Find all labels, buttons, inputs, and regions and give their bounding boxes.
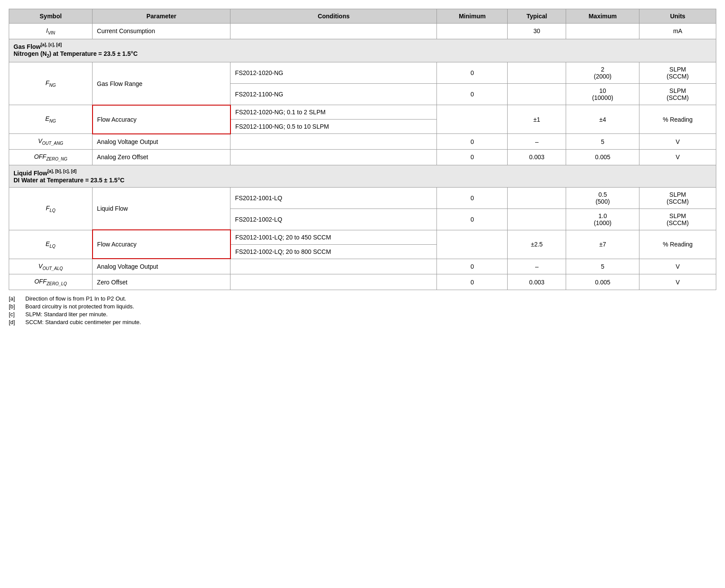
fng-max-1: 2(2000): [566, 62, 639, 84]
fng-row: FNG Gas Flow Range FS2012-1020-NG 0 2(20…: [9, 62, 716, 84]
vout-ang-sub: OUT_ANG: [42, 141, 63, 146]
vout-alq-conditions: [230, 259, 437, 274]
flq-condition-2: FS2012-1002-LQ: [230, 209, 437, 230]
fng-min-2: 0: [437, 84, 508, 105]
vin-maximum: [566, 24, 639, 39]
fng-sub: NG: [49, 83, 56, 88]
off-zero-lq-symbol: OFFZERO_LQ: [9, 274, 93, 290]
col-header-parameter: Parameter: [93, 9, 230, 24]
vout-ang-row: VOUT_ANG Analog Voltage Output 0 – 5 V: [9, 134, 716, 150]
fng-units-1: SLPM(SCCM): [639, 62, 716, 84]
vin-symbol: IVIN: [9, 24, 93, 39]
vout-alq-row: VOUT_ALQ Analog Voltage Output 0 – 5 V: [9, 259, 716, 274]
flq-typ-2: [508, 209, 566, 230]
vin-typical: 30: [508, 24, 566, 39]
eng-sub: NG: [49, 119, 56, 123]
eng-units: % Reading: [639, 105, 716, 134]
elq-typical: ±2.5: [508, 230, 566, 259]
off-zero-ng-symbol: OFFZERO_NG: [9, 150, 93, 165]
fng-parameter: Gas Flow Range: [93, 62, 230, 105]
vout-ang-minimum: 0: [437, 134, 508, 150]
vout-alq-sub: OUT_ALQ: [42, 266, 63, 270]
vout-alq-symbol: VOUT_ALQ: [9, 259, 93, 274]
footnote-d: [d] SCCM: Standard cubic centimeter per …: [9, 319, 716, 325]
off-zero-ng-conditions: [230, 150, 437, 165]
eng-typical: ±1: [508, 105, 566, 134]
footnote-b: [b] Board circuitry is not protected fro…: [9, 303, 716, 310]
elq-parameter-cell: Flow Accuracy: [93, 230, 230, 259]
vout-ang-typical: –: [508, 134, 566, 150]
elq-parameter-text: Flow Accuracy: [93, 238, 230, 250]
gas-section-header: Gas Flow[a], [c], [d]Nitrogen (N2) at Te…: [9, 39, 716, 62]
flq-condition-1: FS2012-1001-LQ: [230, 187, 437, 209]
vin-units: mA: [639, 24, 716, 39]
liquid-title-text: Liquid Flow[a], [b], [c], [d]DI Water at…: [14, 170, 124, 184]
footnote-d-label: [d]: [9, 319, 22, 325]
elq-sub: LQ: [50, 243, 55, 248]
col-header-maximum: Maximum: [566, 9, 639, 24]
vin-row: IVIN Current Consumption 30 mA: [9, 24, 716, 39]
eng-parameter-cell: Flow Accuracy: [93, 105, 230, 134]
flq-typ-1: [508, 187, 566, 209]
eng-condition-1: FS2012-1020-NG; 0.1 to 2 SLPM: [230, 105, 437, 120]
vout-alq-typical: –: [508, 259, 566, 274]
vout-ang-conditions: [230, 134, 437, 150]
fng-max-2: 10(10000): [566, 84, 639, 105]
off-zero-ng-minimum: 0: [437, 150, 508, 165]
flq-max-1: 0.5(500): [566, 187, 639, 209]
gas-title-text: Gas Flow[a], [c], [d]Nitrogen (N2) at Te…: [14, 43, 137, 57]
liquid-sup: [a], [b], [c], [d]: [48, 169, 77, 174]
vout-ang-maximum: 5: [566, 134, 639, 150]
col-header-units: Units: [639, 9, 716, 24]
footnotes-section: [a] Direction of flow is from P1 In to P…: [9, 295, 716, 325]
off-zero-lq-parameter: Zero Offset: [93, 274, 230, 290]
footnote-a-label: [a]: [9, 295, 22, 302]
vout-ang-symbol: VOUT_ANG: [9, 134, 93, 150]
flq-row: FLQ Liquid Flow FS2012-1001-LQ 0 0.5(500…: [9, 187, 716, 209]
vout-alq-minimum: 0: [437, 259, 508, 274]
off-zero-ng-row: OFFZERO_NG Analog Zero Offset 0 0.003 0.…: [9, 150, 716, 165]
eng-maximum: ±4: [566, 105, 639, 134]
flq-units-1: SLPM(SCCM): [639, 187, 716, 209]
off-zero-lq-units: V: [639, 274, 716, 290]
off-zero-ng-maximum: 0.005: [566, 150, 639, 165]
col-header-symbol: Symbol: [9, 9, 93, 24]
vin-sub: VIN: [48, 31, 55, 35]
vin-parameter: Current Consumption: [93, 24, 230, 39]
off-zero-lq-typical: 0.003: [508, 274, 566, 290]
flq-min-1: 0: [437, 187, 508, 209]
eng-parameter-text: Flow Accuracy: [93, 113, 230, 126]
flq-min-2: 0: [437, 209, 508, 230]
vout-alq-parameter: Analog Voltage Output: [93, 259, 230, 274]
fng-condition-1: FS2012-1020-NG: [230, 62, 437, 84]
gas-section-title: Gas Flow[a], [c], [d]Nitrogen (N2) at Te…: [9, 39, 716, 62]
off-zero-ng-sub: ZERO_NG: [46, 157, 67, 161]
fng-symbol: FNG: [9, 62, 93, 105]
off-zero-ng-typical: 0.003: [508, 150, 566, 165]
fng-typ-1: [508, 62, 566, 84]
liquid-section-header: Liquid Flow[a], [b], [c], [d]DI Water at…: [9, 165, 716, 187]
elq-maximum: ±7: [566, 230, 639, 259]
flq-sub: LQ: [50, 208, 55, 212]
elq-condition-1: FS2012-1001-LQ; 20 to 450 SCCM: [230, 230, 437, 244]
off-zero-lq-conditions: [230, 274, 437, 290]
liquid-section-title: Liquid Flow[a], [b], [c], [d]DI Water at…: [9, 165, 716, 187]
vout-alq-maximum: 5: [566, 259, 639, 274]
eng-row: ENG Flow Accuracy FS2012-1020-NG; 0.1 to…: [9, 105, 716, 120]
flq-units-2: SLPM(SCCM): [639, 209, 716, 230]
off-zero-ng-parameter: Analog Zero Offset: [93, 150, 230, 165]
elq-min: [437, 230, 508, 259]
vin-conditions: [230, 24, 437, 39]
vout-ang-parameter: Analog Voltage Output: [93, 134, 230, 150]
eng-symbol: ENG: [9, 105, 93, 134]
footnote-c-text: SLPM: Standard liter per minute.: [25, 311, 108, 318]
elq-row: ELQ Flow Accuracy FS2012-1001-LQ; 20 to …: [9, 230, 716, 244]
flq-max-2: 1.0(1000): [566, 209, 639, 230]
footnote-b-label: [b]: [9, 303, 22, 310]
footnote-c-label: [c]: [9, 311, 22, 318]
col-header-minimum: Minimum: [437, 9, 508, 24]
fng-min-1: 0: [437, 62, 508, 84]
flq-symbol: FLQ: [9, 187, 93, 230]
col-header-conditions: Conditions: [230, 9, 437, 24]
footnote-d-text: SCCM: Standard cubic centimeter per minu…: [25, 319, 141, 325]
